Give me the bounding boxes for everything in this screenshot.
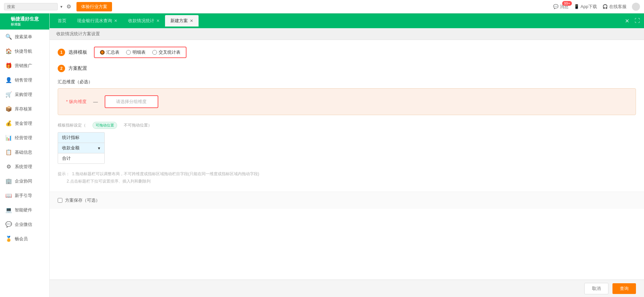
avatar[interactable] bbox=[632, 3, 640, 11]
tab-home-label: 首页 bbox=[58, 18, 66, 24]
hint-2: 2.点击标题栏下拉可设置排序、插入列和删除列 bbox=[58, 178, 636, 185]
sidebar-item-guide[interactable]: 📖 新手引导 bbox=[0, 188, 49, 203]
service-item[interactable]: 🎧 在线客服 bbox=[602, 4, 627, 10]
step2-number: 2 bbox=[58, 65, 65, 72]
step2-label: 方案配置 bbox=[68, 65, 87, 71]
maximize-icon[interactable]: ⛶ bbox=[633, 16, 641, 25]
logo-sub: 标准版 bbox=[11, 22, 39, 27]
sidebar-label-hardware: 智能硬件 bbox=[15, 207, 32, 213]
tab-home[interactable]: 首页 bbox=[52, 15, 72, 27]
sidebar-item-wechat[interactable]: 💬 企业微信 bbox=[0, 217, 49, 232]
tab-new-scheme-label: 新建方案 bbox=[170, 18, 188, 24]
radio-cross[interactable]: 交叉统计表 bbox=[152, 49, 180, 55]
search-menu-icon: 🔍 bbox=[5, 34, 12, 40]
sidebar-item-finance[interactable]: 💰 资金管理 bbox=[0, 116, 49, 131]
cancel-button[interactable]: 取消 bbox=[584, 283, 608, 294]
step1-number: 1 bbox=[58, 49, 65, 56]
download-item[interactable]: 📱 App下载 bbox=[574, 4, 597, 10]
sidebar-item-member[interactable]: 🏅 畅会员 bbox=[0, 232, 49, 246]
hardware-icon: 💻 bbox=[5, 207, 12, 213]
radio-cross-input[interactable] bbox=[152, 50, 157, 55]
radio-cross-label: 交叉统计表 bbox=[159, 49, 180, 55]
service-icon: 🎧 bbox=[602, 4, 608, 9]
indicators-section: 模板指标设定（ 可拖动位置 不可拖动位置） 统计指标 收款金额 ▾ bbox=[58, 122, 636, 164]
dimension-select-btn[interactable]: 请选择分组维度 bbox=[105, 95, 158, 108]
sidebar-label-quick-nav: 快捷导航 bbox=[15, 48, 32, 54]
sidebar-label-finance: 资金管理 bbox=[15, 120, 32, 127]
main-layout: 畅捷通好生意 标准版 🔍 搜索菜单 🏠 快捷导航 🎁 营销推广 👤 销售管理 🛒… bbox=[0, 13, 644, 297]
trial-btn[interactable]: 体验行业方案 bbox=[76, 2, 112, 11]
purchase-icon: 🛒 bbox=[5, 91, 12, 98]
finance-icon: 💰 bbox=[5, 120, 12, 127]
tab-collection-stats-close[interactable]: ✕ bbox=[156, 18, 160, 23]
sidebar-label-wechat: 企业微信 bbox=[15, 221, 32, 228]
sidebar-item-enterprise[interactable]: 🏢 企业协同 bbox=[0, 174, 49, 188]
sidebar: 畅捷通好生意 标准版 🔍 搜索菜单 🏠 快捷导航 🎁 营销推广 👤 销售管理 🛒… bbox=[0, 13, 50, 297]
draggable-badge: 可拖动位置 bbox=[93, 122, 117, 129]
marketing-icon: 🎁 bbox=[5, 62, 12, 69]
query-button[interactable]: 查询 bbox=[612, 283, 636, 294]
sidebar-label-enterprise: 企业协同 bbox=[15, 178, 32, 184]
gear-icon[interactable]: ⚙ bbox=[66, 3, 71, 10]
top-bar-dropdown[interactable]: ▾ bbox=[60, 4, 62, 9]
save-section: 方案保存（可选） bbox=[50, 192, 644, 209]
sidebar-label-guide: 新手引导 bbox=[15, 193, 32, 199]
step1-label: 选择模板 bbox=[68, 49, 87, 55]
sidebar-label-operations: 经营管理 bbox=[15, 135, 32, 141]
sidebar-item-hardware[interactable]: 💻 智能硬件 bbox=[0, 203, 49, 217]
tab-cash-flow-close[interactable]: ✕ bbox=[114, 18, 117, 23]
sidebar-item-purchase[interactable]: 🛒 采购管理 bbox=[0, 87, 49, 102]
sidebar-item-inventory[interactable]: 📦 库存核算 bbox=[0, 102, 49, 116]
top-bar-right: 💬 消息 99+ 📱 App下载 🎧 在线客服 bbox=[553, 3, 640, 11]
tab-new-scheme[interactable]: 新建方案 ✕ bbox=[165, 15, 199, 27]
radio-detail[interactable]: 明细表 bbox=[126, 49, 146, 55]
non-draggable-text: 不可拖动位置） bbox=[124, 122, 152, 128]
guide-icon: 📖 bbox=[5, 192, 12, 199]
radio-summary-input[interactable] bbox=[100, 50, 105, 55]
sidebar-label-search-menu: 搜索菜单 bbox=[15, 34, 32, 40]
sidebar-item-operations[interactable]: 📊 经营管理 bbox=[0, 131, 49, 145]
content-area: 首页 现金银行流水查询 ✕ 收款情况统计 ✕ 新建方案 ✕ ✕ ⛶ 收款情况统计… bbox=[50, 13, 644, 297]
tab-collection-stats[interactable]: 收款情况统计 ✕ bbox=[123, 15, 165, 27]
sidebar-label-marketing: 营销推广 bbox=[15, 63, 32, 69]
stats-col-row: 收款金额 ▾ bbox=[58, 143, 104, 153]
sidebar-label-basic-info: 基础信息 bbox=[15, 149, 32, 155]
sidebar-logo: 畅捷通好生意 标准版 bbox=[0, 13, 49, 30]
radio-summary[interactable]: 汇总表 bbox=[100, 49, 119, 55]
radio-detail-input[interactable] bbox=[126, 50, 131, 55]
search-input[interactable] bbox=[4, 3, 58, 10]
sidebar-item-quick-nav[interactable]: 🏠 快捷导航 bbox=[0, 44, 49, 58]
dimension-section: 汇总维度（必选） * 纵向维度 — 请选择分组维度 bbox=[58, 79, 636, 115]
hints: 提示： 1.拖动标题栏可以调整布局，不可跨维度或指标区域拖动栏目字段(只能在同一… bbox=[58, 170, 636, 185]
wechat-icon: 💬 bbox=[5, 221, 12, 228]
step2-row: 2 方案配置 bbox=[58, 65, 636, 72]
tab-cash-flow[interactable]: 现金银行流水查询 ✕ bbox=[72, 15, 123, 27]
radio-detail-label: 明细表 bbox=[132, 49, 146, 55]
radio-summary-label: 汇总表 bbox=[106, 49, 119, 55]
form-section: 1 选择模板 汇总表 明细表 bbox=[50, 40, 644, 192]
stats-row-label: 合计 bbox=[58, 153, 104, 163]
sidebar-item-sales[interactable]: 👤 销售管理 bbox=[0, 73, 49, 87]
save-checkbox[interactable] bbox=[58, 198, 62, 203]
dimension-arrow: — bbox=[93, 99, 98, 104]
basic-info-icon: 📋 bbox=[5, 149, 12, 155]
sidebar-item-system[interactable]: ⚙ 系统管理 bbox=[0, 159, 49, 174]
sidebar-item-search-menu[interactable]: 🔍 搜索菜单 bbox=[0, 30, 49, 44]
action-bar: 取消 查询 bbox=[50, 280, 644, 297]
dimension-row-label: * 纵向维度 bbox=[66, 99, 87, 105]
close-window-icon[interactable]: ✕ bbox=[624, 16, 631, 26]
tab-new-scheme-close[interactable]: ✕ bbox=[190, 18, 193, 23]
sidebar-item-basic-info[interactable]: 📋 基础信息 bbox=[0, 145, 49, 159]
system-icon: ⚙ bbox=[5, 163, 12, 170]
tab-bar-right: ✕ ⛶ bbox=[624, 16, 641, 26]
sidebar-label-purchase: 采购管理 bbox=[15, 92, 32, 98]
msg-icon: 💬 bbox=[553, 4, 558, 9]
msg-item[interactable]: 💬 消息 99+ bbox=[553, 4, 569, 10]
step1-row: 1 选择模板 汇总表 明细表 bbox=[58, 47, 636, 58]
sidebar-item-marketing[interactable]: 🎁 营销推广 bbox=[0, 58, 49, 73]
stats-col-dropdown-icon[interactable]: ▾ bbox=[98, 146, 100, 151]
tab-bar: 首页 现金银行流水查询 ✕ 收款情况统计 ✕ 新建方案 ✕ ✕ ⛶ bbox=[50, 13, 644, 28]
stats-label: 统计指标 bbox=[62, 135, 79, 141]
enterprise-icon: 🏢 bbox=[5, 178, 12, 184]
member-icon: 🏅 bbox=[5, 236, 12, 242]
